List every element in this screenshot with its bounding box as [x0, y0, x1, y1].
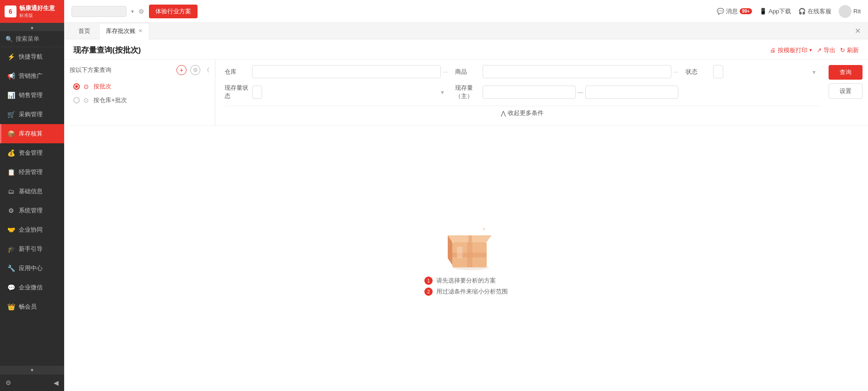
messages-action[interactable]: 💬 消息 99+ [717, 7, 752, 16]
status-select[interactable] [713, 65, 723, 78]
filter-collapse-icon[interactable]: 《 [204, 66, 209, 74]
settings-footer-icon[interactable]: ⚙ [5, 379, 11, 386]
topbar-right: 💬 消息 99+ 📱 App下载 🎧 在线客服 Rit [717, 5, 861, 18]
product-input[interactable] [483, 65, 671, 78]
sales-icon: 📊 [7, 91, 15, 99]
inventory-status-select[interactable] [252, 86, 262, 99]
chevron-down-icon[interactable]: ▾ [131, 8, 134, 15]
gear-icon[interactable]: ⚙ [138, 8, 144, 15]
nav-search-input[interactable] [71, 6, 126, 17]
empty-svg: ✦ ✦ [443, 222, 498, 272]
sidebar-item-app-center[interactable]: 🔧 应用中心 [0, 259, 64, 278]
app-download-action[interactable]: 📱 App下载 [759, 7, 791, 16]
tab-close-icon[interactable]: ✕ [138, 28, 143, 34]
sidebar-item-operations[interactable]: 📋 经营管理 [0, 163, 64, 182]
content-wrapper: 现存量查询(按批次) 🖨 按模板打印 ▾ ↗ 导出 ↻ 刷新 [64, 39, 868, 391]
page-title: 现存量查询(按批次) [73, 45, 141, 55]
close-panel-btn[interactable]: ✕ [855, 27, 861, 35]
sidebar-item-enterprise[interactable]: 🤝 企业协同 [0, 220, 64, 239]
user-profile[interactable]: Rit [839, 5, 861, 18]
sidebar-item-quick-nav[interactable]: ⚡ 快捷导航 [0, 47, 64, 66]
instruction-text-1: 请先选择要分析的方案 [436, 277, 496, 285]
tab-inventory-batch[interactable]: 库存批次账 ✕ [99, 23, 149, 39]
sidebar-item-purchase[interactable]: 🛒 采购管理 [0, 105, 64, 124]
sidebar-scroll-up[interactable]: ▲ [0, 23, 64, 31]
member-label: 畅会员 [19, 303, 37, 311]
finance-icon: 💰 [7, 149, 15, 157]
filter-option-by-warehouse-batch[interactable]: ⊙ 按仓库+批次 [70, 93, 209, 107]
enterprise-label: 企业协同 [19, 226, 43, 234]
messages-label: 消息 [726, 7, 738, 16]
edition-label: 标准版 [19, 12, 55, 18]
print-chevron-icon: ▾ [809, 47, 812, 53]
sidebar-footer: ⚙ ◀ [0, 374, 64, 391]
inventory-qty-label: 现存量（主） [455, 84, 483, 100]
tab-home-label: 首页 [78, 27, 90, 35]
inventory-qty-range: — [483, 86, 678, 99]
filter-panel: 按以下方案查询 + ⚙ 《 ⊙ 按批次 ⊙ [64, 60, 868, 126]
sidebar-item-finance[interactable]: 💰 资金管理 [0, 143, 64, 163]
inventory-qty-min[interactable] [483, 86, 576, 99]
inventory-label: 库存核算 [19, 130, 43, 138]
sidebar-item-inventory[interactable]: 📦 库存核算 [0, 124, 64, 143]
print-btn[interactable]: 🖨 按模板打印 ▾ [770, 46, 812, 54]
sidebar-item-system[interactable]: ⚙ 系统管理 [0, 201, 64, 220]
headset-icon: 🎧 [798, 8, 806, 15]
warehouse-batch-dot: ⊙ [83, 97, 89, 104]
sidebar-item-wechat[interactable]: 💬 企业微信 [0, 278, 64, 297]
refresh-btn[interactable]: ↻ 刷新 [840, 46, 859, 54]
quick-nav-icon: ⚡ [7, 53, 15, 61]
enterprise-icon: 🤝 [7, 226, 15, 234]
sidebar-item-marketing[interactable]: 📢 营销推广 [0, 66, 64, 86]
sidebar-header: 6 畅康通好生意 标准版 [0, 0, 64, 23]
warehouse-field: 仓库 ··· [225, 65, 448, 78]
messages-badge: 99+ [740, 8, 752, 14]
inventory-qty-max[interactable] [585, 86, 678, 99]
sidebar-item-newbie[interactable]: 🎓 新手引导 [0, 239, 64, 259]
product-field: 商品 ··· [455, 65, 678, 78]
system-label: 系统管理 [19, 206, 43, 215]
main-area: ▾ ⚙ 体验行业方案 💬 消息 99+ 📱 App下载 🎧 在线客服 Rit [64, 0, 868, 391]
sidebar-scroll-down[interactable]: ▼ [0, 366, 64, 374]
sidebar-item-member[interactable]: 👑 畅会员 [0, 297, 64, 316]
page-actions: 🖨 按模板打印 ▾ ↗ 导出 ↻ 刷新 [770, 46, 859, 54]
sidebar-item-sales[interactable]: 📊 销售管理 [0, 86, 64, 105]
phone-icon: 📱 [759, 8, 767, 15]
app-download-label: App下载 [769, 7, 791, 16]
tabbar: 首页 库存批次账 ✕ ✕ [64, 23, 868, 39]
purchase-icon: 🛒 [7, 110, 15, 119]
search-icon: 🔍 [5, 36, 13, 43]
search-menu[interactable]: 🔍 搜索菜单 [0, 31, 64, 47]
batch-color-dot: ⊙ [83, 83, 89, 90]
settings-btn[interactable]: 设置 [829, 83, 863, 99]
wechat-label: 企业微信 [19, 283, 43, 292]
filter-scheme-setting-btn[interactable]: ⚙ [190, 65, 200, 75]
svg-text:✦: ✦ [489, 234, 492, 239]
page-header: 现存量查询(按批次) 🖨 按模板打印 ▾ ↗ 导出 ↻ 刷新 [64, 39, 868, 60]
filter-left-actions: + ⚙ 《 [176, 65, 209, 75]
product-label: 商品 [455, 68, 483, 76]
warehouse-dots-btn[interactable]: ··· [443, 68, 448, 75]
experience-btn[interactable]: 体验行业方案 [149, 5, 198, 18]
collapse-sidebar-icon[interactable]: ◀ [54, 379, 59, 386]
empty-state: ✦ ✦ 1 请先选择要分析的方案 2 用过滤条件来缩小分析范围 [64, 126, 868, 391]
export-btn[interactable]: ↗ 导出 [817, 46, 835, 54]
warehouse-input[interactable] [252, 65, 441, 78]
inventory-status-label: 现存量状态 [225, 84, 252, 100]
filter-add-btn[interactable]: + [176, 65, 187, 75]
chevron-up-icon: ⋀ [501, 110, 506, 117]
tab-inventory-batch-label: 库存批次账 [106, 27, 136, 35]
instruction-item-2: 2 用过滤条件来缩小分析范围 [424, 288, 508, 296]
search-menu-label: 搜索菜单 [16, 35, 39, 43]
product-dots-btn[interactable]: ··· [673, 68, 678, 75]
online-service-action[interactable]: 🎧 在线客服 [798, 7, 831, 16]
filter-option-by-batch[interactable]: ⊙ 按批次 [70, 80, 209, 93]
query-btn[interactable]: 查询 [829, 65, 863, 80]
sidebar-item-basics[interactable]: 🗂 基础信息 [0, 182, 64, 201]
empty-instructions: 1 请先选择要分析的方案 2 用过滤条件来缩小分析范围 [424, 277, 508, 296]
refresh-icon: ↻ [840, 47, 845, 54]
collapse-more-btn[interactable]: ⋀ 收起更多条件 [225, 106, 819, 120]
filter-option-warehouse-batch-label: 按仓库+批次 [93, 96, 127, 104]
tab-home[interactable]: 首页 [71, 23, 97, 39]
sidebar-nav: ⚡ 快捷导航 📢 营销推广 📊 销售管理 🛒 采购管理 📦 库存核算 💰 资金管… [0, 47, 64, 366]
